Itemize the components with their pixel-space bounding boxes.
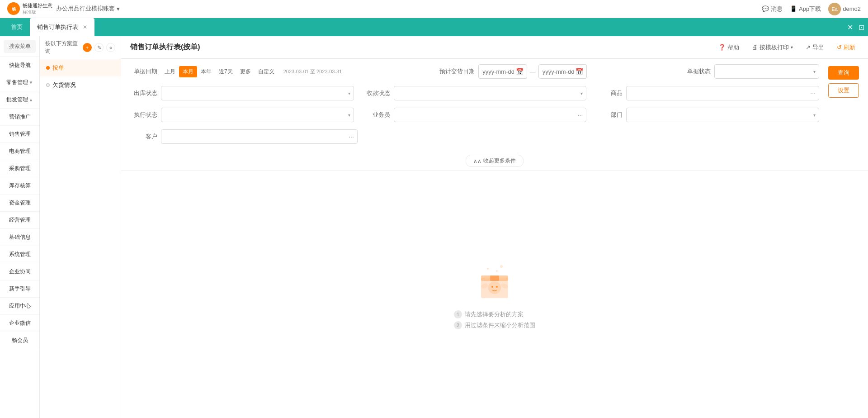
collapse-bar: ∧∧ 收起更多条件 <box>121 151 868 171</box>
sidebar: 搜索菜单 快捷导航 零售管理 ▼ 批发管理 ▲ 营销推广 销售管理 电商管理 采… <box>0 36 40 418</box>
header-left: 畅 畅捷通好生意 标准版 办公用品行业模拟账套 ▾ <box>7 2 120 15</box>
tab-close-all-icon[interactable]: ✕ <box>847 23 853 32</box>
tab-home[interactable]: 首页 <box>4 18 30 36</box>
tab-home-label: 首页 <box>11 23 23 31</box>
sidebar-item-marketing[interactable]: 营销推广 <box>0 109 39 126</box>
customer-input[interactable] <box>161 129 358 144</box>
date-tab-last-month[interactable]: 上月 <box>161 66 179 77</box>
date-tab-more[interactable]: 更多 <box>236 66 255 77</box>
sub-sidebar-collapse-button[interactable]: « <box>106 43 115 52</box>
department-filter-group: 部门 ▾ <box>595 108 819 122</box>
empty-tips: 1 请先选择要分析的方案 2 用过滤条件来缩小分析范围 <box>454 310 535 329</box>
sidebar-item-wechat[interactable]: 企业微信 <box>0 315 39 332</box>
status-label: 单据状态 <box>684 67 711 76</box>
add-icon: + <box>86 45 89 50</box>
date-tab-custom[interactable]: 自定义 <box>255 66 278 77</box>
empty-tip-1: 1 请先选择要分析的方案 <box>454 310 535 318</box>
start-date-calendar-icon: 📅 <box>516 68 524 75</box>
sidebar-item-finance[interactable]: 资金管理 <box>0 195 39 212</box>
goods-input[interactable] <box>626 86 819 100</box>
customer-label: 客户 <box>130 133 157 141</box>
app-download-button[interactable]: 📱 App下载 <box>790 5 821 13</box>
sidebar-item-retail[interactable]: 零售管理 ▼ <box>0 74 39 91</box>
svg-point-12 <box>496 270 498 272</box>
salesperson-input[interactable] <box>394 108 587 122</box>
export-button[interactable]: ↗ 导出 <box>802 42 828 53</box>
date-tabs: 上月 本月 本年 近7天 更多 自定义 <box>161 66 278 77</box>
sidebar-item-ecommerce[interactable]: 电商管理 <box>0 143 39 160</box>
user-name: demo2 <box>843 5 861 12</box>
breadcrumb-text: 办公用品行业模拟账套 <box>56 5 115 13</box>
breadcrumb[interactable]: 办公用品行业模拟账套 ▾ <box>56 5 120 13</box>
sidebar-item-enterprise[interactable]: 企业协同 <box>0 263 39 280</box>
help-button[interactable]: ❓ 帮助 <box>715 42 743 53</box>
sidebar-item-sales[interactable]: 销售管理 <box>0 126 39 143</box>
template-print-button[interactable]: 🖨 按模板打印 ▾ <box>748 42 797 53</box>
sidebar-item-quick-nav[interactable]: 快捷导航 <box>0 57 39 74</box>
export-icon: ↗ <box>806 44 811 51</box>
query-button[interactable]: 查询 <box>828 66 859 80</box>
salesperson-label: 业务员 <box>363 111 390 119</box>
sub-sidebar-edit-button[interactable]: ✎ <box>94 43 104 52</box>
date-tab-this-year[interactable]: 本年 <box>197 66 215 77</box>
sidebar-basics-label: 基础信息 <box>9 234 31 240</box>
filter-area-wrapper: 单据日期 上月 本月 本年 近7天 更多 自定义 <box>121 59 868 171</box>
sidebar-item-member[interactable]: 畅会员 <box>0 332 39 349</box>
page-title: 销售订单执行表(按单) <box>130 43 200 52</box>
status-select[interactable] <box>714 64 819 79</box>
tab-expand-icon[interactable]: ⊡ <box>859 23 864 32</box>
sidebar-inventory-label: 库存核算 <box>9 182 31 189</box>
tab-sales-order-label: 销售订单执行表 <box>37 23 78 31</box>
logo-subtitle: 标准版 <box>23 9 52 15</box>
message-label: 消息 <box>771 5 783 13</box>
sidebar-item-wholesale[interactable]: 批发管理 ▲ <box>0 91 39 109</box>
expected-date-label: 预计交货日期 <box>439 67 475 76</box>
customer-input-wrap: ··· <box>161 129 358 144</box>
sidebar-item-operations[interactable]: 经营管理 <box>0 212 39 229</box>
sidebar-item-apps[interactable]: 应用中心 <box>0 298 39 315</box>
date-tab-this-month[interactable]: 本月 <box>179 66 197 77</box>
status-select-wrap: ▾ <box>714 64 819 79</box>
filter-row-1: 单据日期 上月 本月 本年 近7天 更多 自定义 <box>130 64 819 79</box>
settings-button[interactable]: 设置 <box>828 83 859 98</box>
execution-status-select[interactable] <box>161 108 354 122</box>
sidebar-item-system[interactable]: 系统管理 <box>0 246 39 263</box>
message-button[interactable]: 💬 消息 <box>762 5 783 13</box>
collapse-button[interactable]: ∧∧ 收起更多条件 <box>466 155 524 167</box>
sidebar-marketing-label: 营销推广 <box>9 114 31 120</box>
tab-sales-order[interactable]: 销售订单执行表 ✕ <box>30 18 94 36</box>
sidebar-item-newbie[interactable]: 新手引导 <box>0 280 39 298</box>
empty-state: 1 请先选择要分析的方案 2 用过滤条件来缩小分析范围 <box>121 171 868 418</box>
sub-sidebar-header-label: 按以下方案查询 <box>45 40 83 55</box>
sub-sidebar-item-debt[interactable]: 欠货情况 <box>40 76 121 94</box>
sidebar-item-inventory[interactable]: 库存核算 <box>0 177 39 195</box>
customer-filter-group: 客户 ··· <box>130 129 358 144</box>
date-range-display: 2023-03-01 至 2023-03-31 <box>283 68 342 75</box>
payment-status-select[interactable] <box>394 86 587 100</box>
payment-status-label: 收款状态 <box>363 89 390 97</box>
tip-num-2: 2 <box>454 321 462 329</box>
sub-sidebar-add-button[interactable]: + <box>83 43 92 52</box>
page-title-actions: ❓ 帮助 🖨 按模板打印 ▾ ↗ 导出 ↺ <box>715 42 859 53</box>
sub-sidebar: 按以下方案查询 + ✎ « 按单 <box>40 36 121 418</box>
payment-status-select-wrap: ▾ <box>394 86 587 100</box>
sub-sidebar-item-order[interactable]: 按单 <box>40 59 121 76</box>
sidebar-item-basics[interactable]: 基础信息 <box>0 229 39 246</box>
svg-point-6 <box>491 286 493 288</box>
user-profile[interactable]: Ea demo2 <box>828 3 861 15</box>
sidebar-item-purchase[interactable]: 采购管理 <box>0 160 39 177</box>
delivery-status-select[interactable] <box>161 86 354 100</box>
department-select[interactable] <box>626 108 819 122</box>
refresh-button[interactable]: ↺ 刷新 <box>833 42 859 53</box>
app-download-icon: 📱 <box>790 5 797 12</box>
tab-close-icon[interactable]: ✕ <box>83 24 87 30</box>
salesperson-filter-group: 业务员 ··· <box>363 108 587 122</box>
svg-point-11 <box>500 265 503 268</box>
date-tab-last-7[interactable]: 近7天 <box>215 66 236 77</box>
sidebar-search-area: 搜索菜单 <box>0 36 39 57</box>
sidebar-search-button[interactable]: 搜索菜单 <box>4 40 36 53</box>
avatar: Ea <box>828 3 841 15</box>
refresh-label: 刷新 <box>844 43 855 52</box>
svg-point-10 <box>487 268 489 270</box>
tip-text-2: 用过滤条件来缩小分析范围 <box>465 321 535 329</box>
